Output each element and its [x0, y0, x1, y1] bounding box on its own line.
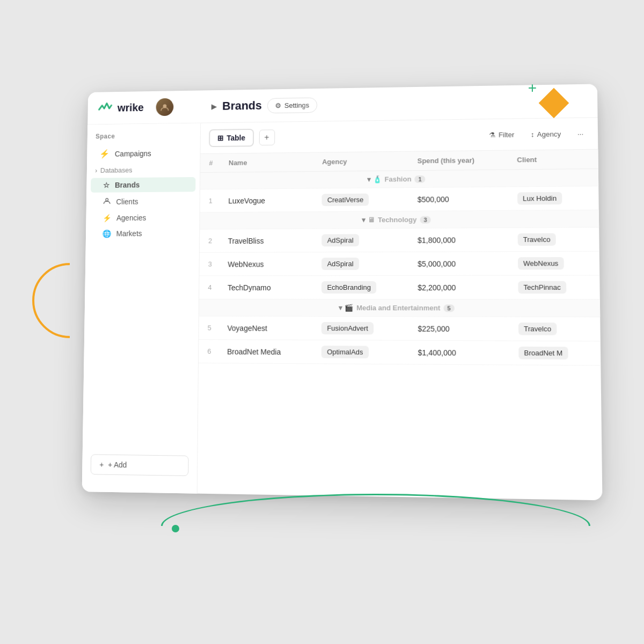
- sidebar-item-clients-label: Clients: [116, 197, 138, 206]
- sidebar-item-campaigns-label: Campaigns: [115, 149, 151, 158]
- svg-point-1: [106, 199, 108, 201]
- table-icon: ⊞: [217, 134, 224, 142]
- col-name: Name: [221, 153, 314, 173]
- table-row[interactable]: 2TravelBlissAdSpiral$1,800,000Travelco: [200, 228, 599, 253]
- cell-spend: $1,800,000: [410, 228, 510, 252]
- markets-icon: 🌐: [103, 230, 112, 238]
- col-client: Client: [509, 150, 598, 170]
- group-label-fashion: Fashion: [385, 175, 412, 183]
- sort-button[interactable]: ↕ Agency: [525, 127, 567, 142]
- deco-green-curve: [161, 494, 590, 558]
- wrike-logo-text: wrike: [118, 101, 144, 114]
- cell-agency: CreatiVerse: [314, 188, 410, 212]
- client-tag: BroadNet M: [518, 347, 568, 360]
- agencies-icon: ⚡: [103, 214, 112, 222]
- table-row[interactable]: 5VoyageNestFusionAdvert$225,000Travelco: [199, 316, 600, 341]
- group-count-media: 5: [443, 304, 455, 312]
- cell-num: 1: [200, 189, 221, 212]
- settings-label: Settings: [284, 101, 309, 109]
- cell-client: Travelco: [510, 317, 601, 341]
- settings-gear-icon: ⚙: [275, 101, 281, 109]
- table-row[interactable]: 3WebNexusAdSpiral$5,000,000WebNexus: [200, 251, 600, 276]
- breadcrumb-play-icon: ▶: [211, 102, 217, 111]
- cell-agency: AdSpiral: [314, 228, 410, 252]
- client-tag: Travelco: [517, 233, 556, 246]
- sidebar-section-databases[interactable]: › Databases: [87, 163, 200, 178]
- space-label: Space: [87, 131, 200, 144]
- chevron-icon: ▾: [362, 216, 365, 224]
- app-window: wrike ▶ Brands ⚙ Settings: [82, 84, 603, 500]
- group-header-media: ▾🎬Media and Entertainment5: [199, 299, 600, 317]
- avatar: [156, 98, 174, 116]
- group-count-technology: 3: [420, 216, 430, 224]
- wrike-logo-icon: [98, 102, 114, 114]
- group-label-technology: Technology: [378, 216, 416, 224]
- cell-spend: $1,400,000: [410, 340, 511, 365]
- cell-name: TravelBliss: [221, 229, 314, 252]
- add-icon: +: [99, 460, 104, 469]
- cell-spend: $5,000,000: [410, 252, 510, 276]
- sidebar: Space ⚡ Campaigns › Databases ☆ Brands: [82, 123, 201, 494]
- table-row[interactable]: 4TechDynamoEchoBranding$2,200,000TechPin…: [199, 275, 600, 299]
- sort-label: Agency: [537, 130, 561, 138]
- sidebar-item-agencies[interactable]: ⚡ Agencies: [90, 210, 195, 225]
- table-row[interactable]: 1LuxeVogueCreatiVerse$500,000Lux Holdin: [200, 186, 599, 213]
- client-tag: WebNexus: [518, 257, 564, 269]
- group-icon-technology: 🖥: [368, 216, 375, 224]
- cell-client: TechPinnac: [510, 275, 600, 299]
- cell-num: 6: [199, 340, 220, 363]
- chevron-icon: ▾: [367, 175, 371, 184]
- cell-name: LuxeVogue: [221, 188, 315, 213]
- cell-name: BroadNet Media: [219, 340, 314, 364]
- add-view-button[interactable]: +: [259, 129, 275, 145]
- client-tag: Travelco: [518, 323, 557, 335]
- chevron-icon: ▾: [339, 304, 342, 312]
- cell-agency: FusionAdvert: [314, 316, 410, 340]
- settings-button[interactable]: ⚙ Settings: [267, 97, 317, 113]
- chevron-down-icon: ›: [95, 166, 97, 174]
- add-label: + Add: [108, 460, 127, 470]
- table-view-button[interactable]: ⊞ Table: [209, 129, 254, 147]
- sidebar-item-agencies-label: Agencies: [116, 214, 147, 222]
- add-view-icon: +: [264, 133, 269, 142]
- cell-agency: EchoBranding: [314, 275, 410, 299]
- sidebar-item-brands[interactable]: ☆ Brands: [91, 177, 196, 193]
- cell-name: WebNexus: [221, 252, 314, 276]
- cell-num: 4: [199, 276, 220, 299]
- cell-name: VoyageNest: [220, 316, 314, 340]
- deco-green-dot: [172, 525, 179, 532]
- sidebar-item-brands-label: Brands: [115, 181, 140, 189]
- group-row-technology[interactable]: ▾🖥Technology3: [200, 210, 599, 229]
- filter-button[interactable]: ⚗ Filter: [484, 127, 519, 142]
- group-label-media: Media and Entertainment: [356, 304, 440, 312]
- table-row[interactable]: 6BroadNet MediaOptimalAds$1,400,000Broad…: [199, 340, 601, 365]
- sidebar-item-markets[interactable]: 🌐 Markets: [90, 226, 195, 241]
- cell-num: 2: [200, 229, 221, 252]
- content-panel: ⊞ Table + ⚗ Filter ↕ Agency: [197, 118, 603, 500]
- databases-label: Databases: [100, 166, 133, 174]
- sidebar-item-clients[interactable]: Clients: [90, 193, 195, 210]
- agency-tag: FusionAdvert: [321, 322, 374, 334]
- agency-tag: AdSpiral: [322, 234, 359, 246]
- cell-client: Lux Holdin: [509, 186, 598, 211]
- group-row-media[interactable]: ▾🎬Media and Entertainment5: [199, 299, 600, 317]
- cell-num: 5: [199, 316, 220, 340]
- sidebar-item-campaigns[interactable]: ⚡ Campaigns: [91, 144, 196, 163]
- group-icon-media: 🎬: [345, 304, 353, 312]
- campaigns-icon: ⚡: [99, 149, 109, 159]
- agency-tag: OptimalAds: [321, 346, 369, 358]
- add-button[interactable]: + + Add: [91, 454, 189, 476]
- logo-area: wrike: [98, 98, 201, 117]
- group-icon-fashion: 🧴: [373, 175, 382, 184]
- col-num: #: [200, 153, 221, 172]
- client-tag: Lux Holdin: [517, 192, 562, 205]
- more-options-button[interactable]: ···: [572, 126, 589, 141]
- page-title: Brands: [222, 99, 262, 113]
- sort-icon: ↕: [531, 130, 535, 138]
- cell-name: TechDynamo: [220, 276, 314, 299]
- toolbar: ⊞ Table + ⚗ Filter ↕ Agency: [201, 118, 598, 153]
- cell-spend: $225,000: [410, 317, 510, 341]
- filter-label: Filter: [499, 130, 515, 138]
- client-tag: TechPinnac: [518, 281, 566, 294]
- scene-wrapper: + wrike ▶ Brands: [0, 0, 644, 644]
